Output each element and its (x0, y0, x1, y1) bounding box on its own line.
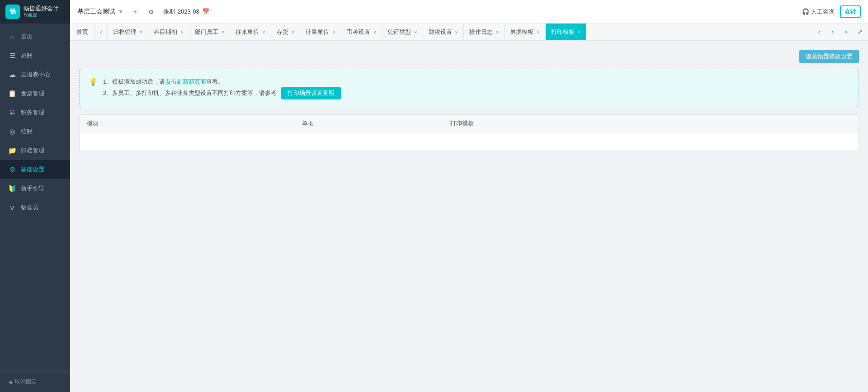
tab-voucher-close[interactable]: × (414, 29, 417, 35)
tab-scroll-left[interactable]: ‹ (95, 24, 108, 41)
main-area: 基层工会测试 ▼ ＋ ⚙ 账期 2023-03 📅 🎧 人工咨询 会计 首页 ‹… (70, 0, 868, 392)
settings-icon: ⚙ (8, 165, 16, 174)
tabbar: 首页 ‹ 归档管理 × 科目期初 × 部门员工 × 往来单位 × 存货 × 计量… (70, 24, 868, 41)
tab-single[interactable]: 单据模板 × (505, 24, 545, 41)
tab-oplog-close[interactable]: × (496, 29, 499, 35)
tab-currency-close[interactable]: × (373, 29, 376, 35)
explain-button[interactable]: 打印场景设置宣明 (281, 87, 341, 99)
ai-consult-button[interactable]: 🎧 人工咨询 (802, 8, 835, 16)
tab-archive-close[interactable]: × (140, 29, 142, 35)
topbar-actions: ＋ ⚙ (129, 5, 158, 18)
tab-unit-label: 计量单位 (306, 28, 329, 36)
tab-voucher[interactable]: 凭证类型 × (382, 24, 423, 41)
org-dropdown-arrow: ▼ (118, 9, 123, 15)
tab-partner[interactable]: 往来单位 × (230, 24, 271, 41)
sidebar-item-label: 基础设置 (21, 165, 44, 174)
info-line1: 1、模板添加成功后，请点击刷新新页面查看。 (103, 76, 341, 87)
logo-title: 畅捷通好会计 (24, 5, 59, 13)
sidebar-unpin-button[interactable]: ◀ 取消固定 (0, 371, 70, 392)
bulb-icon: 💡 (89, 77, 98, 99)
tab-currency[interactable]: 币种设置 × (341, 24, 382, 41)
sidebar-item-home[interactable]: ⌂ 首页 (0, 27, 70, 46)
tax-icon: 🏛 (8, 109, 16, 117)
tab-department-close[interactable]: × (222, 29, 224, 35)
headset-icon: 🎧 (802, 8, 809, 15)
tab-unit[interactable]: 计量单位 × (300, 24, 341, 41)
sidebar: 畅 畅捷通好会计 旗舰版 ⌂ 首页 ☰ 总账 ☁ 云报表中心 📋 发票管理 🏛 … (0, 0, 70, 392)
tab-subject[interactable]: 科目期初 × (148, 24, 189, 41)
invoice-icon: 📋 (8, 90, 16, 98)
tab-inventory[interactable]: 存货 × (271, 24, 300, 41)
tab-voucher-label: 凭证类型 (387, 28, 411, 36)
info-box: 💡 1、模板添加成功后，请点击刷新新页面查看。 2、多员工、多打印机、多种业务类… (79, 69, 859, 107)
member-icon: V (8, 204, 16, 212)
sidebar-item-label: 首页 (21, 33, 33, 41)
tab-maximize[interactable]: ⤢ (854, 26, 866, 38)
unpin-label: 取消固定 (15, 378, 37, 386)
period-selector[interactable]: 账期 2023-03 📅 (163, 8, 209, 16)
home-icon: ⌂ (8, 33, 16, 41)
kuaiji-badge[interactable]: 会计 (840, 5, 861, 18)
info-line1-suffix: 查看。 (206, 78, 224, 85)
add-tab-button[interactable]: ＋ (129, 5, 142, 18)
sidebar-item-label: 归档管理 (21, 146, 44, 155)
tab-partner-close[interactable]: × (262, 29, 265, 35)
tab-department-label: 部门员工 (195, 28, 218, 36)
info-line2: 2、多员工、多打印机、多种业务类型设置不同打印方案等，请参考 打印场景设置宣明 (103, 87, 341, 99)
archive-icon: 📁 (8, 146, 16, 155)
print-template-table: 模块 单据 打印模板 (79, 114, 859, 151)
tab-inventory-label: 存货 (277, 28, 288, 36)
tab-subject-close[interactable]: × (180, 29, 183, 35)
tab-print-close[interactable]: × (578, 29, 580, 35)
calendar-icon: 📅 (202, 8, 209, 15)
tab-single-close[interactable]: × (537, 29, 539, 35)
th-receipt: 单据 (295, 115, 443, 132)
sidebar-item-close[interactable]: ◎ 结账 (0, 122, 70, 141)
sidebar-item-member[interactable]: V 畅会员 (0, 198, 70, 217)
tab-controls: ‹ › × ⤢ (813, 26, 868, 38)
ledger-icon: ☰ (8, 52, 16, 60)
period-label: 账期 (163, 8, 175, 16)
tab-taxsetting-close[interactable]: × (455, 29, 458, 35)
tab-close-all[interactable]: × (840, 26, 853, 38)
sidebar-item-label: 税务管理 (21, 109, 44, 117)
tab-archive[interactable]: 归档管理 × (108, 24, 148, 41)
tab-print[interactable]: 打印模板 × (546, 24, 586, 41)
sidebar-logo: 畅 畅捷通好会计 旗舰版 (0, 0, 70, 24)
sidebar-item-archive[interactable]: 📁 归档管理 (0, 141, 70, 160)
sidebar-item-label: 云报表中心 (21, 71, 50, 79)
sidebar-item-basic[interactable]: ⚙ 基础设置 (0, 160, 70, 179)
cloud-icon: ☁ (8, 71, 16, 79)
tab-oplog-label: 操作日志 (469, 28, 493, 36)
hide-template-row: 隐藏预置模板设置 (79, 50, 859, 63)
logo-text-block: 畅捷通好会计 旗舰版 (24, 5, 59, 19)
info-line2-prefix: 2、多员工、多打印机、多种业务类型设置不同打印方案等，请参考 (103, 90, 277, 96)
hide-template-button[interactable]: 隐藏预置模板设置 (799, 50, 859, 63)
tab-archive-label: 归档管理 (113, 28, 137, 36)
tab-scroll-prev[interactable]: ‹ (813, 26, 826, 38)
tab-inventory-close[interactable]: × (292, 29, 294, 35)
tab-scroll-next[interactable]: › (826, 26, 839, 38)
close-account-icon: ◎ (8, 128, 16, 136)
sidebar-item-invoice[interactable]: 📋 发票管理 (0, 84, 70, 103)
tab-home-label: 首页 (76, 28, 88, 36)
refresh-link[interactable]: 点击刷新新页面 (165, 78, 206, 85)
content-area: 隐藏预置模板设置 💡 1、模板添加成功后，请点击刷新新页面查看。 2、多员工、多… (70, 41, 868, 392)
sidebar-item-guide[interactable]: 🔰 新手引导 (0, 179, 70, 198)
table-header: 模块 单据 打印模板 (80, 115, 859, 132)
sidebar-item-ledger[interactable]: ☰ 总账 (0, 46, 70, 65)
tab-unit-close[interactable]: × (332, 29, 335, 35)
org-selector[interactable]: 基层工会测试 ▼ (77, 8, 123, 16)
tab-home[interactable]: 首页 (70, 24, 95, 41)
tab-department[interactable]: 部门员工 × (189, 24, 230, 41)
ai-consult-label: 人工咨询 (811, 8, 835, 16)
sidebar-item-reports[interactable]: ☁ 云报表中心 (0, 65, 70, 84)
guide-icon: 🔰 (8, 184, 16, 193)
sidebar-item-label: 总账 (21, 52, 33, 60)
tab-single-label: 单据模板 (510, 28, 533, 36)
settings-button[interactable]: ⚙ (145, 5, 158, 18)
tab-oplog[interactable]: 操作日志 × (464, 24, 505, 41)
tab-subject-label: 科目期初 (154, 28, 177, 36)
sidebar-item-tax[interactable]: 🏛 税务管理 (0, 103, 70, 122)
tab-taxsetting[interactable]: 财税设置 × (423, 24, 464, 41)
